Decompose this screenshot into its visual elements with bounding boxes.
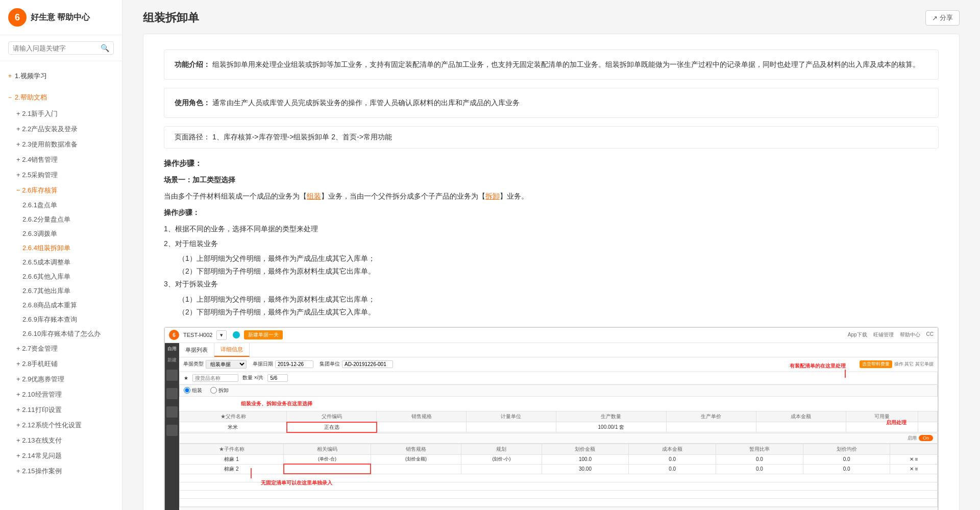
sidebar-item-2-6-6[interactable]: 2.6.6其他入库单 [0, 270, 122, 284]
td-act [918, 422, 938, 432]
td-child-price-2 [461, 464, 542, 474]
plus-icon: + [16, 110, 22, 117]
main-content: 组装拆卸单 ↗ 分享 功能介绍： 组装拆卸单用来处理企业组装或拆卸等加工业务，支… [122, 0, 980, 510]
td-child-spec-2 [371, 464, 461, 474]
form-date-label: 单据日期 [253, 360, 273, 368]
scene1-title: 场景一：加工类型选择 [164, 176, 939, 185]
th-child-code: 相关编码 [284, 444, 371, 454]
sidebar-item-2-6-5[interactable]: 2.6.5成本调整单 [0, 255, 122, 270]
form-type-select[interactable]: 组装单据 拆卸单据 [206, 360, 247, 369]
th-sales-spec: 销售规格 [377, 411, 467, 422]
path-label: 页面路径： [175, 133, 210, 141]
form-action-icons: 操作 其它 其它单据 [894, 361, 934, 368]
th-child-ratio: 暂用比率 [716, 444, 803, 454]
share-button[interactable]: ↗ 分享 [925, 10, 960, 26]
new-doc-button[interactable]: 新建单据一夫 [244, 330, 283, 339]
app-sidebar-mini: 自用 新建 [165, 343, 179, 510]
parent-search-input[interactable] [192, 374, 238, 382]
ops-title: 操作步骤： [164, 159, 939, 168]
app-dropdown[interactable]: ▾ [216, 330, 227, 340]
td-child-cost-2: 0.0 [629, 464, 716, 474]
main-header: 组装拆卸单 ↗ 分享 [122, 0, 980, 34]
sidebar-item-2-6-4[interactable]: 2.6.4组装拆卸单 [0, 241, 122, 255]
sidebar-mini-new: 新建 [167, 357, 177, 363]
sidebar-item-docs[interactable]: − 2.帮助文档 [0, 89, 122, 106]
sidebar-item-2-15[interactable]: + 2.15操作案例 [0, 464, 122, 479]
share-label: 分享 [940, 13, 953, 22]
logo-title: 好生意 帮助中心 [31, 12, 90, 23]
td-name: 米米 [180, 422, 287, 432]
step-3-1: （1）上部明细为父件明细，最终作为原材料生成其它出库单； [164, 293, 939, 306]
sidebar-item-2-6-7[interactable]: 2.6.7其他出库单 [0, 284, 122, 298]
enable-toggle[interactable]: 启用 On [908, 435, 933, 442]
step-1: 1、根据不同的业务，选择不同单据的类型来处理 [164, 223, 939, 235]
sidebar-item-2-4[interactable]: + 2.4销售管理 [0, 152, 122, 167]
tab-detail[interactable]: 详细信息 [214, 343, 250, 357]
sidebar-item-2-6[interactable]: − 2.6库存核算 [0, 183, 122, 198]
plus-icon: + [16, 156, 22, 163]
sidebar-item-2-10[interactable]: + 2.10经营管理 [0, 387, 122, 402]
app-store-label: 旺铺管理 [873, 331, 894, 338]
form-date-input[interactable] [275, 360, 313, 368]
sidebar-item-2-1[interactable]: + 2.1新手入门 [0, 106, 122, 122]
feature-text: 组装拆卸单用来处理企业组装或拆卸等加工业务，支持有固定装配清单的产品加工业务，也… [212, 60, 920, 68]
sidebar-item-2-2[interactable]: + 2.2产品安装及登录 [0, 122, 122, 137]
config-btn[interactable]: 选货帮料费量 [860, 360, 892, 368]
search-icon[interactable]: 🔍 [101, 44, 109, 52]
app-topbar: 6 TEST-H002 ▾ 新建单据一夫 App下载 旺铺管理 帮助中心 CC [165, 328, 938, 343]
search-wrapper[interactable]: 🔍 [8, 41, 114, 55]
qty-input[interactable] [267, 374, 288, 382]
form-field-date: 单据日期 [253, 360, 313, 368]
radio-assemble[interactable]: 组装 [184, 387, 202, 394]
sidebar-item-2-6-2[interactable]: 2.6.2分量盘点单 [0, 212, 122, 227]
sidebar-item-2-12[interactable]: + 2.12系统个性化设置 [0, 418, 122, 433]
nav-section-video: + 1.视频学习 [0, 65, 122, 87]
annotation-arrow-1 [845, 370, 846, 378]
sidebar-item-2-8[interactable]: + 2.8手机旺铺 [0, 356, 122, 372]
td-price [667, 422, 756, 432]
tab-list[interactable]: 单据列表 [179, 343, 214, 357]
app-topbar-icons: App下载 旺铺管理 帮助中心 CC [848, 331, 934, 338]
td-child-ratio-2: 0.0 [716, 464, 803, 474]
page-title: 组装拆卸单 [143, 10, 199, 26]
td-child-act-2: ✕ ≡ [890, 464, 938, 474]
sidebar-item-2-14[interactable]: + 2.14常见问题 [0, 448, 122, 464]
sidebar-item-2-13[interactable]: + 2.13在线支付 [0, 433, 122, 448]
qty-label: 数量 ×/共 [242, 374, 263, 381]
annotation-region-1: ★ 数量 ×/共 有装配清单的在这里处理 [179, 372, 938, 384]
sidebar-item-video[interactable]: + 1.视频学习 [0, 67, 122, 85]
plus-icon: + [8, 72, 12, 80]
step-2-1: （1）上部明细为父件明细，最终作为产成品生成其它入库单； [164, 252, 939, 265]
sidebar-item-2-6-9[interactable]: 2.6.9库存账本查询 [0, 312, 122, 327]
th-unit: 计量单位 [466, 411, 556, 422]
sidebar-item-2-6-1[interactable]: 2.6.1盘点单 [0, 198, 122, 212]
sidebar-item-2-7[interactable]: + 2.7资金管理 [0, 341, 122, 356]
sidebar-mini-label: 自用 [167, 346, 177, 352]
td-unit [466, 422, 556, 432]
th-available: 可用量 [846, 411, 918, 422]
sidebar-item-2-11[interactable]: + 2.11打印设置 [0, 402, 122, 418]
sidebar-item-2-6-10[interactable]: 2.6.10库存账本错了怎么办 [0, 327, 122, 341]
sidebar-item-2-6-3[interactable]: 2.6.3调拨单 [0, 227, 122, 241]
table-row: 棉麻 1 (单价-合) (划价金额) (划价-小) 100.0 0.0 0.0 … [180, 454, 938, 464]
sidebar-item-2-9[interactable]: + 2.9优惠券管理 [0, 372, 122, 387]
sidebar-item-2-5[interactable]: + 2.5采购管理 [0, 167, 122, 183]
role-block: 使用角色： 通常由生产人员或库管人员完成拆装业务的操作，库管人员确认原材料的出库… [164, 88, 939, 118]
ops-sub-title: 操作步骤： [164, 208, 939, 217]
annotation-text-3: 启用处理 [886, 419, 906, 426]
sidebar-item-2-3[interactable]: + 2.3使用前数据准备 [0, 137, 122, 152]
enable-label: 启用 [908, 435, 917, 442]
section-type-row: 组装 拆卸 组装业务、拆卸业务在这里选择 [179, 384, 938, 397]
td-child-amt-1: 100.0 [542, 454, 629, 464]
feature-label: 功能介绍： [175, 60, 210, 68]
th-child-act [890, 444, 938, 454]
plus-icon: + [16, 345, 22, 352]
form-group-input[interactable] [342, 360, 393, 368]
sidebar-item-2-6-8[interactable]: 2.6.8商品成本重算 [0, 298, 122, 312]
search-input[interactable] [13, 44, 101, 52]
field-label-1: ★ [184, 375, 188, 381]
ops-section: 操作步骤： 场景一：加工类型选择 当由多个子件材料组装成一个成品的业务为【组装】… [164, 159, 939, 319]
radio-disassemble[interactable]: 拆卸 [210, 387, 229, 394]
table-row: 米米 正在选 100.00/1 套 [180, 422, 938, 432]
child-table: ★子件名称 相关编码 销售规格 规划 划价金额 成本金额 暂用比率 划价均价 [179, 444, 938, 507]
